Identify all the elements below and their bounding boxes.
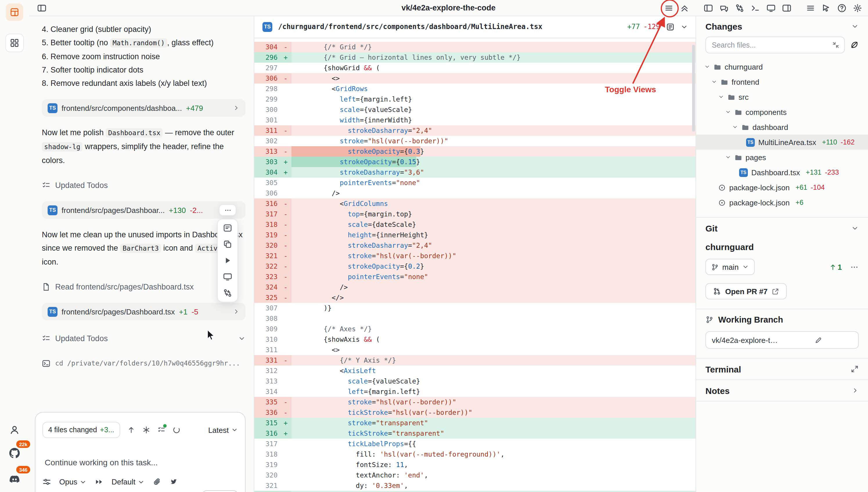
chevron-down-icon[interactable] bbox=[680, 23, 688, 30]
tree-item-pages[interactable]: pages bbox=[696, 150, 868, 165]
github-link[interactable]: 22k bbox=[9, 448, 20, 461]
tree-item-package-lock-json[interactable]: package-lock.json+61-104 bbox=[696, 180, 868, 195]
chevrons-up-icon[interactable] bbox=[680, 3, 689, 13]
panel-right-icon[interactable] bbox=[782, 3, 791, 13]
more-actions-button[interactable] bbox=[219, 204, 236, 216]
panel-left-icon[interactable] bbox=[704, 3, 713, 13]
paperclip-icon[interactable] bbox=[153, 477, 162, 486]
monitor-icon[interactable] bbox=[223, 272, 232, 281]
tree-item-components[interactable]: components bbox=[696, 104, 868, 120]
code-line: tickStroke="transparent" bbox=[291, 428, 696, 439]
files-changed-chip[interactable]: 4 files changed +3... bbox=[42, 422, 120, 438]
tree-item-frontend[interactable]: frontend bbox=[696, 74, 868, 89]
chat-bubbles-icon[interactable] bbox=[719, 3, 729, 13]
sparkle-icon[interactable] bbox=[142, 426, 150, 434]
person-icon[interactable] bbox=[9, 425, 20, 435]
todos-row[interactable]: Updated Todos bbox=[42, 332, 245, 345]
terminal-icon[interactable] bbox=[751, 3, 760, 13]
columns-layout-icon[interactable] bbox=[37, 3, 46, 13]
diff-row: 323- pointerEvents="none" bbox=[254, 272, 696, 282]
github-badge: 22k bbox=[16, 440, 30, 448]
commits-ahead[interactable]: 1 bbox=[829, 263, 842, 271]
ts-badge: TS bbox=[48, 103, 57, 113]
diff-additions: +77 bbox=[627, 23, 640, 31]
todo-status-button[interactable] bbox=[157, 426, 165, 434]
chevron-down-icon[interactable] bbox=[238, 335, 245, 342]
sliders-icon[interactable] bbox=[42, 477, 51, 486]
branch-row: main 1 bbox=[705, 259, 859, 275]
diff-marker: - bbox=[280, 355, 291, 366]
collapse-icon[interactable] bbox=[832, 41, 840, 49]
tree-item-src[interactable]: src bbox=[696, 89, 868, 104]
model-select[interactable]: Opus bbox=[59, 477, 87, 486]
monitor-icon[interactable] bbox=[767, 3, 776, 13]
tree-item-dashboard[interactable]: dashboard bbox=[696, 120, 868, 134]
chevron-right-icon bbox=[233, 308, 240, 315]
tree-item-churnguard[interactable]: churnguard bbox=[696, 59, 868, 74]
rail-bottom: 22k 346 bbox=[0, 425, 29, 486]
code-line: )} bbox=[291, 303, 696, 313]
notes-section-header[interactable]: Notes bbox=[696, 379, 868, 401]
floating-toolbar bbox=[217, 204, 238, 302]
copy-icon[interactable] bbox=[223, 240, 232, 249]
diff-marker: - bbox=[280, 230, 291, 240]
terminal-section-header[interactable]: Terminal bbox=[696, 358, 868, 379]
file-preview-icon[interactable] bbox=[666, 22, 675, 31]
chevron-down-icon bbox=[732, 124, 738, 130]
open-pr-button[interactable]: Open PR #7 bbox=[705, 283, 787, 299]
search-input[interactable] bbox=[711, 40, 828, 50]
workspace-tab-active[interactable] bbox=[6, 3, 23, 21]
grid-view-button[interactable] bbox=[5, 34, 24, 52]
line-number: 306 bbox=[254, 73, 280, 83]
todos-label: Updated Todos bbox=[55, 332, 108, 345]
tree-item-dashboard-tsx[interactable]: TSDashboard.tsx+131-233 bbox=[696, 165, 868, 180]
git-compare-icon[interactable] bbox=[223, 288, 232, 298]
tree-item-multilinearea-tsx[interactable]: TSMultiLineArea.tsx+110-162 bbox=[696, 134, 868, 150]
arrow-up-icon[interactable] bbox=[127, 426, 135, 434]
chevron-down-icon[interactable] bbox=[851, 22, 859, 30]
file-change-chip[interactable]: TS frontend/src/pages/Dashboard.tsx +1 -… bbox=[42, 303, 245, 320]
text-segment: icon and bbox=[161, 244, 195, 252]
branch-select[interactable]: main bbox=[705, 259, 755, 275]
mode-select[interactable]: Default bbox=[112, 477, 145, 486]
diff-marker: - bbox=[280, 73, 291, 83]
ts-badge: TS bbox=[48, 205, 57, 215]
edit-note-icon[interactable] bbox=[223, 223, 232, 233]
diff-row: 322+ bbox=[254, 491, 696, 492]
git-section-header[interactable]: Git bbox=[696, 217, 868, 239]
working-branch-input[interactable]: vk/4e2a-explore-the-code bbox=[705, 331, 859, 349]
gear-icon[interactable] bbox=[853, 3, 862, 13]
help-icon[interactable] bbox=[837, 3, 846, 13]
chip-additions: +1 bbox=[179, 305, 188, 318]
line-number: 321 bbox=[254, 481, 280, 491]
search-box[interactable] bbox=[705, 36, 845, 53]
grid-icon bbox=[10, 38, 19, 48]
todos-row[interactable]: Updated Todos bbox=[42, 179, 245, 192]
read-file-row[interactable]: Read frontend/src/pages/Dashboard.tsx bbox=[42, 280, 245, 294]
scrollbar-thumb[interactable] bbox=[692, 45, 695, 132]
menu-icon[interactable] bbox=[806, 3, 815, 13]
version-dropdown[interactable]: Latest bbox=[208, 425, 238, 434]
message-input[interactable]: Continue working on this task... bbox=[45, 458, 236, 467]
pencil-icon[interactable] bbox=[784, 336, 852, 344]
cursor-share-icon[interactable] bbox=[822, 3, 831, 13]
list-item: 8. Remove redundant axis labels (x/y lab… bbox=[42, 77, 245, 90]
discord-link[interactable]: 346 bbox=[9, 473, 20, 486]
line-number: 308 bbox=[254, 313, 280, 324]
terminal-command-row[interactable]: cd /private/var/folders/10/h7w0q46556ggr… bbox=[42, 357, 245, 370]
tree-item-package-lock-json[interactable]: package-lock.json+6 bbox=[696, 195, 868, 210]
chevron-down-icon[interactable] bbox=[851, 224, 859, 232]
file-change-chip[interactable]: TS frontend/src/pages/Dashboar... +130 -… bbox=[42, 201, 245, 219]
feather-icon[interactable] bbox=[850, 41, 859, 49]
dots-icon[interactable] bbox=[850, 263, 859, 271]
composer-controls: Opus Default bbox=[42, 477, 179, 486]
file-change-chip[interactable]: TS frontend/src/components/dashboa... +4… bbox=[42, 99, 245, 117]
expand-icon[interactable] bbox=[850, 365, 859, 373]
git-compare-icon[interactable] bbox=[735, 3, 744, 13]
bird-icon[interactable] bbox=[170, 477, 179, 486]
fast-forward-icon[interactable] bbox=[95, 477, 103, 486]
changes-section-header[interactable]: Changes bbox=[696, 16, 868, 36]
toggle-views-button[interactable] bbox=[664, 3, 674, 13]
send-button[interactable]: Send bbox=[202, 490, 238, 492]
play-icon[interactable] bbox=[223, 256, 232, 265]
